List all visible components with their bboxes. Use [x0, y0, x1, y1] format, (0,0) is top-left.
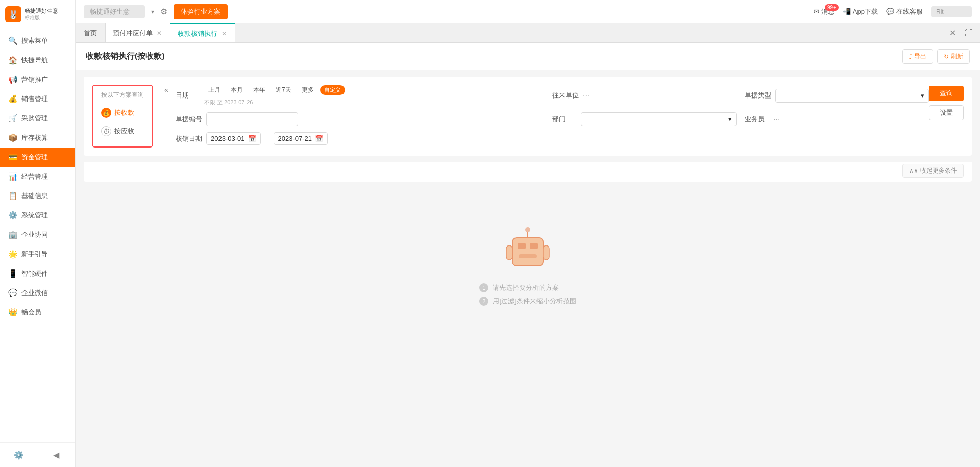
filter-collapse-toggle[interactable]: «: [161, 85, 172, 148]
sidebar-label-system: 系统管理: [21, 211, 48, 220]
sidebar-label-guide: 新手引导: [21, 250, 48, 259]
finance-icon: 💳: [8, 153, 17, 162]
sidebar-item-marketing[interactable]: 📢 营销推广: [0, 70, 75, 89]
sidebar-item-biz[interactable]: 📊 经营管理: [0, 167, 75, 186]
basic-info-icon: 📋: [8, 191, 17, 201]
export-btn[interactable]: ⤴ 导出: [902, 49, 933, 64]
tabbar: 首页 预付冲应付单 ✕ 收款核销执行 ✕ ✕ ⛶: [76, 23, 980, 43]
smart-hw-icon: 📱: [8, 269, 17, 278]
sidebar: 🐰 畅捷通好生意 标准版 🔍 搜索菜单 🏠 快捷导航 📢 营销推广 💰 销售管理…: [0, 0, 76, 467]
logo-text-block: 畅捷通好生意 标准版: [24, 7, 58, 21]
topbar-right: ✉ 消息 99+ 📲 App下载 💬 在线客服 Rit: [814, 6, 972, 17]
verify-date-end-value: 2023-07-21: [278, 135, 312, 142]
sidebar-label-wechat: 企业微信: [21, 288, 48, 298]
page-title: 收款核销执行(按收款): [86, 51, 165, 68]
filter-method-sidebar: 按以下方案查询 💰 按收款 ⏱ 按应收: [92, 85, 153, 148]
date-filter-row: 日期 上月 本月 本年 近7天 更多 自定义 不限 至: [176, 85, 544, 106]
sidebar-item-finance[interactable]: 💳 资金管理: [0, 148, 75, 167]
tab-receipt-offset[interactable]: 收款核销执行 ✕: [170, 23, 235, 42]
tab-home[interactable]: 首页: [76, 23, 106, 42]
sidebar-item-wechat[interactable]: 💬 企业微信: [0, 283, 75, 303]
verify-date-start-value: 2023-03-01: [211, 135, 245, 142]
counterparty-dots-icon[interactable]: ···: [583, 91, 590, 100]
dept-select[interactable]: ▾: [581, 112, 737, 126]
topbar-settings-icon[interactable]: ⚙: [160, 7, 167, 16]
tip-num-1: 1: [479, 283, 488, 292]
topbar-brand: 畅捷通好生意: [84, 5, 145, 18]
tabbar-close-btn[interactable]: ✕: [945, 26, 960, 40]
verify-date-start-input[interactable]: 2023-03-01 📅: [206, 132, 261, 145]
filter-settings-btn[interactable]: 设置: [929, 105, 964, 120]
sidebar-item-inventory[interactable]: 📦 库存核算: [0, 128, 75, 148]
sidebar-label-member: 畅会员: [21, 308, 41, 317]
svg-rect-3: [519, 254, 537, 258]
tip-text-2: 用[过滤]条件来缩小分析范围: [493, 297, 576, 306]
doc-type-filter-row: 单据类型 ▾: [745, 89, 929, 103]
date-tab-this-month[interactable]: 本月: [227, 85, 247, 95]
dept-chevron-icon: ▾: [728, 115, 732, 123]
collapse-more-icon: ∧∧: [909, 167, 918, 175]
app-label: App下载: [853, 7, 878, 16]
dept-filter-row: 部门 ▾: [552, 112, 737, 126]
tab-prepay-label: 预付冲应付单: [113, 29, 153, 38]
sidebar-item-quick-nav[interactable]: 🏠 快捷导航: [0, 51, 75, 70]
date-tab-this-year[interactable]: 本年: [249, 85, 270, 95]
message-icon: ✉: [814, 8, 819, 15]
filter-option-by-receipt[interactable]: 💰 按收款: [97, 105, 148, 121]
empty-tip-2: 2 用[过滤]条件来缩小分析范围: [479, 297, 576, 306]
doc-num-input[interactable]: [206, 112, 298, 126]
topbar-chevron-icon[interactable]: ▾: [151, 8, 154, 15]
collapse-more-btn[interactable]: ∧∧ 收起更多条件: [902, 164, 964, 178]
by-receipt-icon: 💰: [101, 108, 111, 118]
svg-rect-6: [506, 245, 512, 260]
counterparty-filter-row: 往来单位 ···: [552, 91, 737, 100]
tab-prepay-close-icon[interactable]: ✕: [156, 29, 163, 38]
sidebar-item-enterprise[interactable]: 🏢 企业协同: [0, 225, 75, 244]
staff-filter-row: 业务员 ···: [745, 115, 929, 124]
calendar-start-icon: 📅: [248, 135, 256, 142]
sidebar-collapse-btn[interactable]: ◀: [48, 447, 64, 463]
date-tab-last-month[interactable]: 上月: [204, 85, 225, 95]
date-tab-more[interactable]: 更多: [298, 85, 318, 95]
filter-panel: 按以下方案查询 💰 按收款 ⏱ 按应收 «: [84, 77, 972, 156]
sidebar-item-sales[interactable]: 💰 销售管理: [0, 89, 75, 109]
sidebar-label-basic-info: 基础信息: [21, 191, 48, 201]
filter-option-by-receivable[interactable]: ⏱ 按应收: [97, 123, 148, 139]
sidebar-item-purchase[interactable]: 🛒 采购管理: [0, 109, 75, 128]
sidebar-item-basic-info[interactable]: 📋 基础信息: [0, 186, 75, 206]
sidebar-bottom: ⚙️ ◀: [0, 442, 75, 467]
page-container: 收款核销执行(按收款) ⤴ 导出 ↻ 刷新 按以下方案查询: [76, 43, 980, 467]
solution-btn[interactable]: 体验行业方案: [174, 4, 228, 19]
sidebar-settings-btn[interactable]: ⚙️: [11, 447, 27, 463]
sidebar-item-smart-hw[interactable]: 📱 智能硬件: [0, 264, 75, 283]
sidebar-item-search-menu[interactable]: 🔍 搜索菜单: [0, 31, 75, 51]
sidebar-item-guide[interactable]: 🌟 新手引导: [0, 244, 75, 264]
verify-date-end-input[interactable]: 2023-07-21 📅: [274, 132, 328, 145]
topbar-msg-btn[interactable]: ✉ 消息 99+: [814, 7, 835, 16]
topbar-service-btn[interactable]: 💬 在线客服: [886, 7, 923, 16]
sidebar-label-sales: 销售管理: [21, 94, 48, 104]
date-label: 日期: [176, 91, 200, 100]
query-btn[interactable]: 查询: [929, 86, 964, 101]
empty-tips: 1 请先选择要分析的方案 2 用[过滤]条件来缩小分析范围: [479, 283, 576, 306]
staff-dots-icon[interactable]: ···: [773, 115, 780, 124]
topbar-app-btn[interactable]: 📲 App下载: [843, 7, 878, 16]
tab-receipt-close-icon[interactable]: ✕: [220, 29, 228, 38]
svg-rect-2: [530, 243, 538, 249]
refresh-btn[interactable]: ↻ 刷新: [937, 49, 970, 64]
service-label: 在线客服: [896, 7, 923, 16]
sidebar-item-member[interactable]: 👑 畅会员: [0, 303, 75, 322]
by-receivable-label: 按应收: [114, 127, 134, 136]
sales-icon: 💰: [8, 94, 17, 104]
member-icon: 👑: [8, 308, 17, 317]
collapse-chevron-icon: «: [164, 86, 168, 94]
filter-actions: 查询 设置: [929, 85, 964, 148]
date-custom-badge[interactable]: 自定义: [320, 85, 345, 95]
tabbar-expand-btn[interactable]: ⛶: [962, 26, 976, 40]
purchase-icon: 🛒: [8, 114, 17, 123]
app-download-icon: 📲: [843, 8, 851, 15]
sidebar-item-system[interactable]: ⚙️ 系统管理: [0, 206, 75, 225]
tab-prepay-offset[interactable]: 预付冲应付单 ✕: [106, 23, 170, 42]
date-tab-7days[interactable]: 近7天: [272, 85, 296, 95]
doc-type-select[interactable]: ▾: [775, 89, 929, 103]
